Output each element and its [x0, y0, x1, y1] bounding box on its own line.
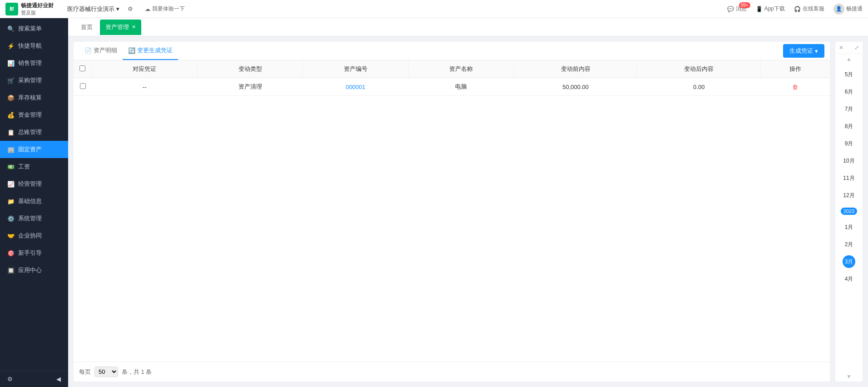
timeline-month-9[interactable]: 9月: [835, 135, 863, 152]
sidebar-item-inventory[interactable]: 📦 库存核算: [0, 89, 68, 106]
month-6-circle: 6月: [843, 85, 855, 98]
sidebar-item-basic-info-label: 基础信息: [18, 197, 42, 205]
service-icon: 🎧: [794, 6, 801, 12]
dropdown-icon: ▾: [116, 5, 119, 12]
timeline-scroll: 5月 6月 7月 8月 9月 10月: [835, 64, 863, 372]
sidebar-item-sales-label: 销售管理: [18, 59, 42, 67]
timeline-month-7[interactable]: 7月: [835, 100, 863, 118]
change-voucher-icon: 🔄: [128, 47, 135, 54]
select-all-checkbox[interactable]: [79, 65, 85, 71]
timeline-month-10[interactable]: 10月: [835, 152, 863, 169]
timeline-month-2023-3[interactable]: 3月: [835, 253, 863, 270]
sidebar-item-purchase[interactable]: 🛒 采购管理: [0, 72, 68, 89]
month-5-circle: 5月: [843, 68, 855, 81]
sidebar-item-search[interactable]: 🔍 搜索菜单: [0, 20, 68, 37]
asset-detail-icon: 📄: [84, 47, 92, 54]
avatar: 👤: [833, 4, 844, 15]
messages-badge: 99+: [739, 2, 750, 8]
sidebar-item-system[interactable]: ⚙️ 系统管理: [0, 210, 68, 227]
sidebar-footer: ⚙ ◀: [0, 371, 68, 387]
generate-voucher-button[interactable]: 生成凭证 ▾: [783, 44, 824, 58]
timeline-close-icon[interactable]: ✕: [839, 45, 843, 51]
tab-asset-mgmt[interactable]: 资产管理 ✕: [100, 20, 141, 35]
sidebar: 🔍 搜索菜单 ⚡ 快捷导航 📊 销售管理 🛒 采购管理 📦 库存核算 💰: [0, 18, 68, 387]
total-text: 条，共 1 条: [122, 368, 152, 376]
sidebar-item-enterprise[interactable]: 🤝 企业协同: [0, 227, 68, 244]
timeline-month-8[interactable]: 8月: [835, 118, 863, 135]
sidebar-item-guide[interactable]: 🎯 新手引导: [0, 244, 68, 262]
sidebar-item-ledger[interactable]: 📋 总账管理: [0, 124, 68, 141]
month-9-circle: 9月: [843, 137, 855, 150]
search-icon: 🔍: [7, 25, 15, 32]
download-icon: 📱: [756, 6, 763, 12]
sidebar-item-finance[interactable]: 💰 资金管理: [0, 106, 68, 124]
timeline-month-2023-1[interactable]: 1月: [835, 218, 863, 236]
per-page-select[interactable]: 10 20 50 100: [94, 367, 118, 377]
tab-close-icon[interactable]: ✕: [132, 24, 136, 30]
scroll-up-arrow[interactable]: ▲: [835, 54, 863, 64]
cloud-icon: ☁: [145, 6, 150, 12]
messages-action[interactable]: 💬 消息 99+: [727, 5, 747, 13]
company-selector[interactable]: 医疗器械行业演示 ▾: [67, 5, 119, 13]
settings-icon[interactable]: ⚙: [128, 5, 133, 12]
timeline-month-2023-2[interactable]: 2月: [835, 236, 863, 253]
online-service-action[interactable]: 🎧 在线客服: [794, 5, 824, 13]
tab-bar: 首页 资产管理 ✕: [68, 18, 868, 36]
sidebar-item-payroll[interactable]: 💵 工资: [0, 158, 68, 175]
sidebar-item-inventory-label: 库存核算: [18, 94, 42, 102]
system-icon: ⚙️: [7, 215, 15, 222]
table-body: -- 资产清理 000001 电脑 50,000.00 0.00 🗑: [74, 78, 830, 96]
sub-tab-change-voucher[interactable]: 🔄 变更生成凭证: [123, 42, 178, 60]
user-action[interactable]: 👤 畅捷通: [833, 4, 863, 15]
sidebar-item-app-center[interactable]: 🔲 应用中心: [0, 262, 68, 279]
month-2023-1-circle: 1月: [843, 221, 855, 233]
main-panel: 📄 资产明细 🔄 变更生成凭证 生成凭证 ▾: [74, 42, 830, 382]
sub-tab-asset-detail[interactable]: 📄 资产明细: [79, 42, 123, 60]
header-change-type: 变动类型: [197, 60, 303, 78]
sidebar-item-operations[interactable]: 📈 经营管理: [0, 175, 68, 193]
sidebar-item-purchase-label: 采购管理: [18, 76, 42, 84]
sidebar-item-system-label: 系统管理: [18, 214, 42, 223]
timeline-month-2023-4[interactable]: 4月: [835, 270, 863, 288]
row-asset-code[interactable]: 000001: [303, 78, 408, 96]
sidebar-settings-icon[interactable]: ⚙: [7, 376, 13, 382]
pagination: 每页 10 20 50 100 条，共 1 条: [74, 362, 830, 382]
sidebar-item-sales[interactable]: 📊 销售管理: [0, 55, 68, 72]
month-2023-3-circle: 3月: [843, 255, 855, 268]
sub-tab-change-voucher-label: 变更生成凭证: [137, 46, 173, 55]
sidebar-item-basic-info[interactable]: 📁 基础信息: [0, 193, 68, 210]
app-logo: 财 畅捷通好业财 普及版: [5, 2, 54, 16]
timeline-panel: ✕ ⤢ ▲ 5月 6月 7月 8月: [835, 42, 863, 382]
sidebar-item-quicknav-label: 快捷导航: [18, 42, 42, 50]
timeline-header: ✕ ⤢: [835, 42, 863, 54]
experience-button[interactable]: ☁ 我要体验一下: [145, 5, 185, 13]
row-voucher: --: [92, 78, 197, 96]
scroll-down-arrow[interactable]: ▼: [835, 372, 863, 382]
sidebar-item-quicknav[interactable]: ⚡ 快捷导航: [0, 37, 68, 55]
generate-voucher-label: 生成凭证: [789, 47, 813, 55]
timeline-month-12[interactable]: 12月: [835, 187, 863, 204]
month-10-circle: 10月: [843, 154, 855, 167]
timeline-expand-icon[interactable]: ⤢: [854, 45, 859, 51]
year-2023-section: 2023: [835, 204, 863, 218]
company-name: 医疗器械行业演示: [67, 5, 114, 13]
sidebar-item-fixed-assets[interactable]: 🏢 固定资产: [0, 141, 68, 158]
timeline-month-11[interactable]: 11月: [835, 169, 863, 187]
row-asset-name: 电脑: [408, 78, 514, 96]
sidebar-item-finance-label: 资金管理: [18, 111, 42, 119]
quicknav-icon: ⚡: [7, 42, 15, 50]
tab-home[interactable]: 首页: [75, 20, 98, 35]
year-2023-tag[interactable]: 2023: [841, 208, 857, 215]
app-download-action[interactable]: 📱 App下载: [756, 5, 785, 13]
app-download-label: App下载: [764, 5, 785, 13]
row-operation: 🗑: [761, 78, 830, 96]
header-voucher: 对应凭证: [92, 60, 197, 78]
delete-icon[interactable]: 🗑: [792, 84, 798, 90]
row-checkbox[interactable]: [80, 83, 86, 89]
sub-tab-asset-detail-label: 资产明细: [94, 46, 117, 55]
sidebar-item-guide-label: 新手引导: [18, 249, 42, 257]
sidebar-collapse-icon[interactable]: ◀: [56, 376, 61, 382]
timeline-month-6[interactable]: 6月: [835, 83, 863, 100]
timeline-month-5[interactable]: 5月: [835, 66, 863, 83]
sub-tabs: 📄 资产明细 🔄 变更生成凭证 生成凭证 ▾: [74, 42, 830, 60]
